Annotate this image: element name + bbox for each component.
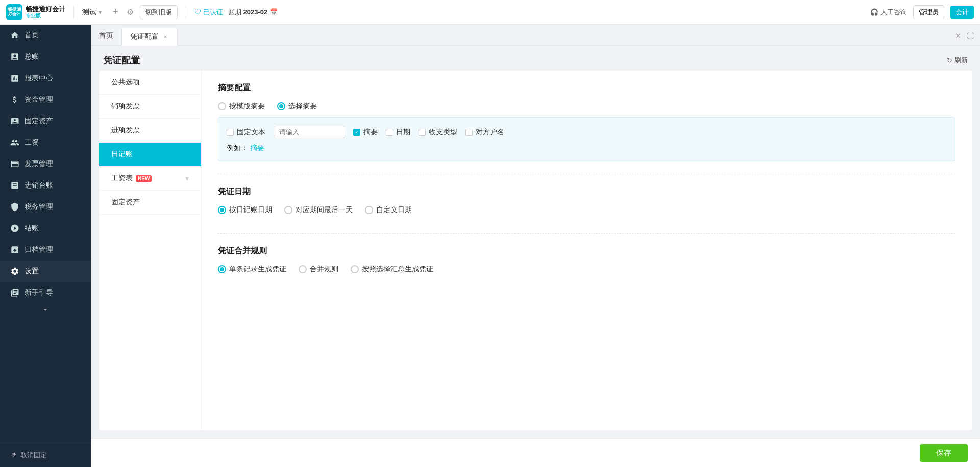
new-badge: NEW (136, 175, 152, 182)
sidebar-label-reports: 报表中心 (24, 74, 53, 83)
archive-icon (10, 245, 19, 254)
example-label: 例如： (227, 144, 248, 153)
voucher-date-radio-group: 按日记账日期 对应期间最后一天 自定义日期 (218, 205, 955, 215)
radio-circle-select (277, 102, 285, 110)
sidebar-item-ledger[interactable]: 总账 (0, 46, 91, 67)
role-button[interactable]: 会计 (950, 6, 974, 19)
radio-last-day[interactable]: 对应期间最后一天 (284, 205, 353, 215)
checkbox-box-date (386, 129, 393, 136)
radio-label-custom-date: 自定义日期 (376, 205, 412, 215)
ledger-icon (10, 52, 19, 61)
tab-voucher-config[interactable]: 凭证配置 × (121, 28, 178, 46)
radio-custom-date[interactable]: 自定义日期 (365, 205, 412, 215)
sidebar-item-close-accounts[interactable]: 结账 (0, 218, 91, 239)
sidebar-item-tax[interactable]: 税务管理 (0, 196, 91, 218)
radio-merge-rules[interactable]: 合并规则 (299, 265, 338, 274)
sidebar-item-invoice[interactable]: 发票管理 (0, 153, 91, 175)
radio-select-summary[interactable]: 选择摘要 (277, 102, 317, 111)
checkbox-box-summary (353, 129, 360, 136)
checkbox-summary[interactable]: 摘要 (353, 128, 378, 137)
topbar-right: 🎧 人工咨询 管理员 会计 (870, 5, 974, 19)
guide-icon (10, 288, 19, 297)
left-nav-item-journal[interactable]: 日记账 (99, 143, 201, 167)
sidebar-item-sales-ledger[interactable]: 进销台账 (0, 175, 91, 196)
save-button[interactable]: 保存 (920, 444, 968, 462)
logo-subtext: 好会计 (8, 12, 21, 17)
sidebar-label-fixed-assets: 固定资产 (24, 116, 53, 126)
sidebar: 首页 总账 报表中心 资金管理 (0, 25, 91, 467)
checkbox-date[interactable]: 日期 (386, 128, 410, 137)
settings-button[interactable]: ⚙ (125, 6, 136, 18)
sidebar-scroll: 首页 总账 报表中心 资金管理 (0, 25, 91, 443)
calendar-icon[interactable]: 📅 (270, 8, 278, 16)
radio-by-selection[interactable]: 按照选择汇总生成凭证 (351, 265, 433, 274)
voucher-merge-radio-group: 单条记录生成凭证 合并规则 按照选择汇总生成凭证 (218, 265, 955, 274)
section-voucher-merge: 凭证合并规则 单条记录生成凭证 合并规则 (218, 246, 955, 292)
sidebar-item-settings[interactable]: 设置 (0, 261, 91, 282)
sidebar-item-funds[interactable]: 资金管理 (0, 89, 91, 110)
sidebar-item-reports[interactable]: 报表中心 (0, 67, 91, 89)
add-button[interactable]: + (111, 6, 120, 18)
checkbox-counterpart[interactable]: 对方户名 (465, 128, 504, 137)
tabs-right-buttons: × ⛶ (949, 27, 980, 45)
content-area: 首页 凭证配置 × × ⛶ 凭证配置 ↻ 刷新 (91, 25, 980, 467)
help-button[interactable]: 🎧 人工咨询 (870, 8, 907, 17)
sidebar-label-payroll: 工资 (24, 138, 39, 147)
checkbox-label-fixed-text: 固定文本 (237, 128, 265, 137)
cancel-pin-label: 取消固定 (20, 451, 47, 460)
switch-version-button[interactable]: 切到旧版 (140, 5, 178, 19)
checkbox-label-counterpart: 对方户名 (476, 128, 504, 137)
refresh-button[interactable]: ↻ 刷新 (947, 56, 968, 65)
topbar-actions: + ⚙ 切到旧版 (111, 5, 178, 19)
radio-template-summary[interactable]: 按模版摘要 (218, 102, 265, 111)
sidebar-label-tax: 税务管理 (24, 202, 53, 212)
radio-by-journal-date[interactable]: 按日记账日期 (218, 205, 272, 215)
fixed-text-input[interactable] (274, 126, 345, 138)
tab-home[interactable]: 首页 (91, 27, 121, 45)
left-nav-item-sales-invoice[interactable]: 销项发票 (99, 95, 201, 119)
user-button[interactable]: 管理员 (913, 5, 944, 19)
expand-button[interactable]: ⛶ (965, 31, 976, 41)
left-nav-item-payroll[interactable]: 工资表 NEW ▾ (99, 167, 201, 191)
sidebar-label-settings: 设置 (24, 267, 39, 276)
tab-close-button[interactable]: × (162, 33, 169, 40)
sidebar-label-funds: 资金管理 (24, 95, 53, 104)
page-content: 凭证配置 ↻ 刷新 公共选项 销项发票 进项发票 (91, 46, 980, 467)
checkbox-box-income-type (419, 129, 426, 136)
checkbox-label-summary: 摘要 (363, 128, 378, 137)
radio-label-last-day: 对应期间最后一天 (296, 205, 353, 215)
sidebar-scroll-down[interactable] (0, 303, 91, 316)
sidebar-item-archive[interactable]: 归档管理 (0, 239, 91, 261)
radio-single-record[interactable]: 单条记录生成凭证 (218, 265, 286, 274)
sidebar-item-home[interactable]: 首页 (0, 25, 91, 46)
sidebar-label-ledger: 总账 (24, 52, 39, 61)
summary-radio-group: 按模版摘要 选择摘要 (218, 102, 955, 111)
close-tab-button[interactable]: × (953, 30, 963, 42)
left-nav-item-fixed-assets[interactable]: 固定资产 (99, 191, 201, 215)
cancel-pin-button[interactable]: 取消固定 (6, 448, 85, 463)
radio-label-merge: 合并规则 (310, 265, 338, 274)
settings-icon (10, 267, 19, 276)
company-sub: 专业版 (26, 13, 65, 19)
project-selector[interactable]: 测试 ▾ (82, 8, 102, 17)
sidebar-item-guide[interactable]: 新手引导 (0, 282, 91, 303)
left-nav-item-purchase-invoice[interactable]: 进项发票 (99, 119, 201, 143)
sidebar-item-payroll[interactable]: 工资 (0, 132, 91, 153)
left-nav: 公共选项 销项发票 进项发票 日记账 工资表 NEW (99, 71, 201, 430)
sidebar-item-fixed-assets[interactable]: 固定资产 (0, 110, 91, 132)
page-footer: 保存 (91, 438, 980, 467)
payroll-icon (10, 138, 19, 147)
headset-icon: 🎧 (870, 8, 878, 16)
radio-circle-last-day (284, 206, 292, 214)
summary-config-row: 固定文本 摘要 (227, 126, 947, 138)
radio-label-single: 单条记录生成凭证 (229, 265, 286, 274)
sidebar-label-invoice: 发票管理 (24, 159, 53, 169)
checkbox-fixed-text[interactable]: 固定文本 (227, 128, 265, 137)
period-display: 账期 2023-02 📅 (228, 8, 278, 17)
sales-ledger-icon (10, 181, 19, 190)
radio-label-select: 选择摘要 (288, 102, 317, 111)
example-value: 摘要 (250, 144, 264, 153)
left-nav-item-public[interactable]: 公共选项 (99, 71, 201, 95)
checkbox-box-fixed-text (227, 129, 234, 136)
checkbox-income-type[interactable]: 收支类型 (419, 128, 457, 137)
